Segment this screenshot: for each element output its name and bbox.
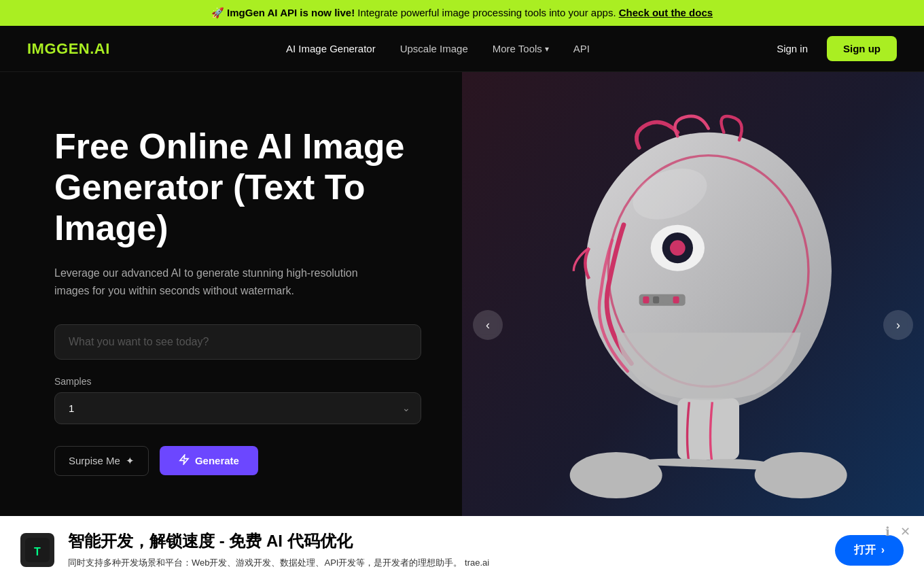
nav-more-tools-label: More Tools — [493, 43, 542, 54]
chevron-down-icon: ▾ — [545, 44, 549, 54]
samples-label: Samples — [54, 376, 435, 387]
ad-cta-button[interactable]: 打开 › — [835, 535, 904, 566]
ad-cta-arrow-icon: › — [881, 544, 885, 556]
ad-content: 智能开发，解锁速度 - 免费 AI 代码优化 同时支持多种开发场景和平台：Web… — [68, 530, 821, 570]
sparkle-icon: ✦ — [126, 455, 135, 467]
announcement-banner: 🚀 ImgGen AI API is now live! Integrate p… — [0, 0, 924, 26]
generate-label: Generate — [195, 455, 239, 466]
auth-buttons: Sign in Sign up — [766, 36, 897, 61]
surprise-me-button[interactable]: Surpise Me ✦ — [54, 446, 149, 476]
nav-upscale-image[interactable]: Upscale Image — [391, 37, 478, 60]
robot-svg-illustration — [462, 72, 924, 578]
hero-content: Free Online AI Image Generator (Text To … — [0, 72, 462, 578]
signin-button[interactable]: Sign in — [766, 37, 819, 60]
hero-image-area: ‹ › — [462, 72, 924, 578]
hero-title: Free Online AI Image Generator (Text To … — [54, 126, 435, 248]
ad-title: 智能开发，解锁速度 - 免费 AI 代码优化 — [68, 530, 821, 552]
logo-ai: AI — [94, 40, 110, 57]
nav-links: AI Image Generator Upscale Image More To… — [277, 37, 599, 60]
nav-more-tools[interactable]: More Tools ▾ — [483, 37, 558, 60]
svg-point-9 — [755, 452, 847, 498]
samples-select[interactable]: 1 2 3 4 — [54, 392, 421, 424]
svg-point-6 — [670, 240, 686, 256]
announcement-rocket: 🚀 — [211, 7, 224, 18]
svg-marker-0 — [180, 455, 188, 464]
announcement-desc-text: Integrate powerful image processing tool… — [357, 7, 616, 18]
hero-subtitle: Leverage our advanced AI to generate stu… — [54, 264, 380, 299]
samples-wrapper: 1 2 3 4 ⌄ — [54, 392, 421, 424]
navbar: IMGGEN.AI AI Image Generator Upscale Ima… — [0, 26, 924, 72]
ad-logo: T — [20, 533, 54, 567]
hero-section: Free Online AI Image Generator (Text To … — [0, 72, 924, 578]
ad-cta-label: 打开 — [854, 543, 876, 557]
signup-button[interactable]: Sign up — [827, 36, 897, 61]
prompt-input[interactable] — [54, 324, 421, 360]
ad-description: 同时支持多种开发场景和平台：Web开发、游戏开发、数据处理、API开发等，是开发… — [68, 556, 821, 570]
logo-dot: . — [90, 40, 94, 57]
svg-rect-14 — [673, 296, 679, 303]
carousel-prev-button[interactable]: ‹ — [473, 310, 503, 340]
svg-rect-11 — [643, 296, 649, 303]
samples-section: Samples 1 2 3 4 ⌄ — [54, 376, 435, 446]
generate-button[interactable]: Generate — [160, 446, 258, 475]
action-row: Surpise Me ✦ Generate — [54, 446, 435, 476]
surprise-label: Surpise Me — [69, 455, 120, 466]
ad-close-button[interactable]: ✕ — [900, 524, 910, 539]
svg-text:T: T — [34, 546, 41, 557]
nav-ai-image-generator[interactable]: AI Image Generator — [277, 37, 385, 60]
ad-banner: T 智能开发，解锁速度 - 免费 AI 代码优化 同时支持多种开发场景和平台：W… — [0, 516, 924, 578]
generate-icon — [179, 454, 190, 467]
carousel-next-button[interactable]: › — [883, 310, 913, 340]
svg-rect-13 — [663, 296, 669, 303]
carousel-image — [462, 72, 924, 578]
nav-api[interactable]: API — [564, 37, 599, 60]
logo-text: IMGGEN — [27, 40, 90, 57]
ad-info-icon[interactable]: ℹ — [885, 524, 890, 539]
svg-rect-12 — [653, 296, 659, 303]
svg-point-8 — [570, 452, 662, 498]
carousel: ‹ › — [462, 72, 924, 578]
announcement-bold: ImgGen AI API is now live! — [227, 7, 355, 18]
logo[interactable]: IMGGEN.AI — [27, 40, 110, 58]
announcement-link[interactable]: Check out the docs — [619, 7, 713, 18]
